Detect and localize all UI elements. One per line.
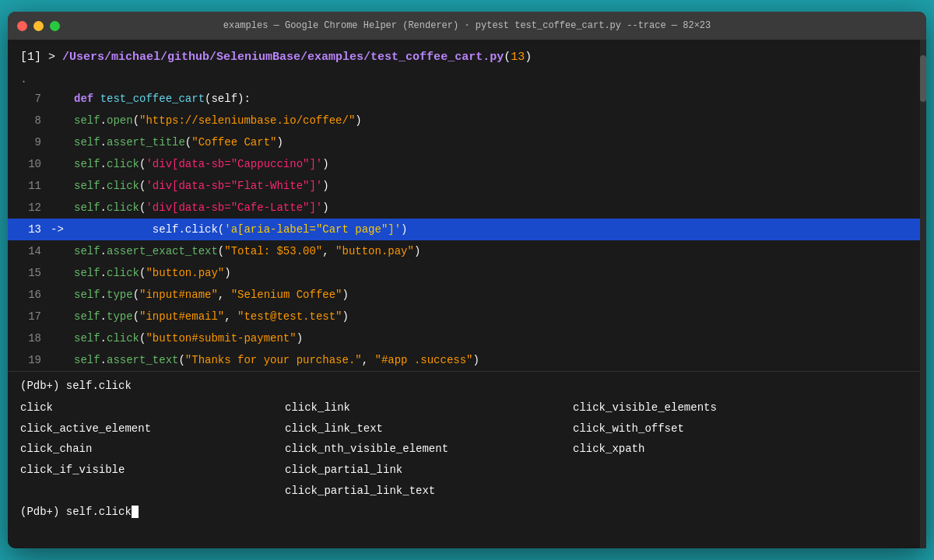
scrollbar[interactable] <box>920 40 926 548</box>
code-area: 7 def test_coffee_cart(self): 8 self.ope… <box>8 88 926 371</box>
completion-click-xpath: click_xpath <box>573 439 914 460</box>
code-content-8: self.open("https://seleniumbase.io/coffe… <box>74 110 926 131</box>
line-num-16: 16 <box>8 284 51 306</box>
arrow-13: -> <box>51 219 74 240</box>
code-line-8: 8 self.open("https://seleniumbase.io/cof… <box>8 110 926 131</box>
code-line-12: 12 self.click('div[data-sb="Cafe-Latte"]… <box>8 197 926 219</box>
completion-empty-2 <box>20 481 285 502</box>
code-content-7: def test_coffee_cart(self): <box>74 88 926 110</box>
code-content-19: self.assert_text("Thanks for your purcha… <box>74 349 926 371</box>
line-num-13: 13 <box>8 219 51 240</box>
line-num-12: 12 <box>8 197 51 219</box>
window-title: examples — Google Chrome Helper (Rendere… <box>223 20 711 31</box>
scrollbar-thumb[interactable] <box>920 55 926 102</box>
line-num-7: 7 <box>8 88 51 110</box>
code-line-10: 10 self.click('div[data-sb="Cappuccino"]… <box>8 153 926 175</box>
code-content-14: self.assert_exact_text("Total: $53.00", … <box>74 240 926 262</box>
line-num-11: 11 <box>8 175 51 197</box>
completion-click-if-visible: click_if_visible <box>20 460 285 481</box>
pdb-prompt-1: (Pdb+) self.click <box>8 375 926 397</box>
code-line-16: 16 self.type("input#name", "Selenium Cof… <box>8 284 926 306</box>
completions-grid: click click_link click_visible_elements … <box>8 397 926 501</box>
code-content-17: self.type("input#email", "test@test.test… <box>74 306 926 327</box>
minimize-button[interactable] <box>33 21 44 31</box>
code-content-15: self.click("button.pay") <box>74 262 926 284</box>
completion-click-partial-link: click_partial_link <box>285 460 573 481</box>
arrow-prompt: > <box>48 51 62 64</box>
bracket-left: [1] <box>20 51 41 64</box>
code-content-12: self.click('div[data-sb="Cafe-Latte"]') <box>74 197 926 219</box>
completion-click-partial-link-text: click_partial_link_text <box>285 481 573 502</box>
completion-click-active-element: click_active_element <box>20 418 285 439</box>
close-button[interactable] <box>17 21 27 31</box>
terminal-window: examples — Google Chrome Helper (Rendere… <box>8 12 926 548</box>
code-line-7: 7 def test_coffee_cart(self): <box>8 88 926 110</box>
completion-click-chain: click_chain <box>20 439 285 460</box>
cursor <box>132 506 139 518</box>
dot-line: . <box>8 72 926 88</box>
paren-close: ) <box>525 51 532 64</box>
line-num-8: 8 <box>8 110 51 131</box>
line-num-10: 10 <box>8 153 51 175</box>
pdb-prompt-2[interactable]: (Pdb+) self.click <box>8 501 926 523</box>
line-num-17: 17 <box>8 306 51 327</box>
code-content-9: self.assert_title("Coffee Cart") <box>74 131 926 153</box>
completion-click-visible-elements: click_visible_elements <box>573 397 914 418</box>
completion-click-with-offset: click_with_offset <box>573 418 914 439</box>
code-line-18: 18 self.click("button#submit-payment") <box>8 327 926 349</box>
completion-click: click <box>20 397 285 418</box>
paren-open: ( <box>504 51 511 64</box>
code-content-13: self.click('a[aria-label="Cart page"]') <box>74 219 926 240</box>
line-num-19: 19 <box>8 349 51 371</box>
code-line-15: 15 self.click("button.pay") <box>8 262 926 284</box>
line-num-18: 18 <box>8 327 51 349</box>
code-content-10: self.click('div[data-sb="Cappuccino"]') <box>74 153 926 175</box>
code-line-17: 17 self.type("input#email", "test@test.t… <box>8 306 926 327</box>
maximize-button[interactable] <box>50 21 60 31</box>
completion-click-link: click_link <box>285 397 573 418</box>
titlebar: examples — Google Chrome Helper (Rendere… <box>8 12 926 40</box>
code-line-11: 11 self.click('div[data-sb="Flat-White"]… <box>8 175 926 197</box>
completion-click-link-text: click_link_text <box>285 418 573 439</box>
code-content-16: self.type("input#name", "Selenium Coffee… <box>74 284 926 306</box>
breadcrumb: [1] > /Users/michael/github/SeleniumBase… <box>8 46 926 72</box>
terminal-content: [1] > /Users/michael/github/SeleniumBase… <box>8 40 926 548</box>
pdb-area: (Pdb+) self.click click click_link click… <box>8 371 926 523</box>
completion-click-nth-visible-element: click_nth_visible_element <box>285 439 573 460</box>
line-num-15: 15 <box>8 262 51 284</box>
code-line-14: 14 self.assert_exact_text("Total: $53.00… <box>8 240 926 262</box>
line-number: 13 <box>511 51 525 64</box>
code-content-18: self.click("button#submit-payment") <box>74 327 926 349</box>
code-line-19: 19 self.assert_text("Thanks for your pur… <box>8 349 926 371</box>
traffic-lights <box>17 21 60 31</box>
completion-empty-3 <box>573 481 914 502</box>
code-line-13: 13 -> self.click('a[aria-label="Cart pag… <box>8 219 926 240</box>
code-content-11: self.click('div[data-sb="Flat-White"]') <box>74 175 926 197</box>
line-num-9: 9 <box>8 131 51 153</box>
completion-empty-1 <box>573 460 914 481</box>
file-path: /Users/michael/github/SeleniumBase/examp… <box>62 51 504 64</box>
line-num-14: 14 <box>8 240 51 262</box>
code-line-9: 9 self.assert_title("Coffee Cart") <box>8 131 926 153</box>
